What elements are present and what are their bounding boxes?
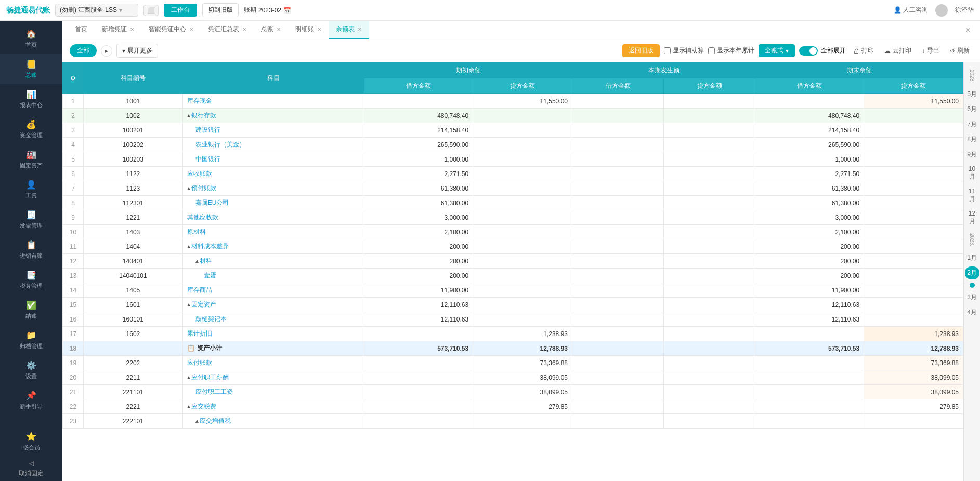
export-btn[interactable]: ↓ 导出	[919, 44, 943, 57]
cell-name[interactable]: 中国银行	[182, 152, 364, 167]
period-calendar-icon[interactable]: 📅	[283, 7, 291, 14]
sidebar-item-tax[interactable]: 📑 税务管理	[0, 265, 62, 295]
sidebar-item-guide[interactable]: 📌 新手引导	[0, 385, 62, 416]
account-link[interactable]: 材料	[200, 257, 212, 264]
show-aux-label[interactable]: 显示辅助算	[664, 46, 704, 55]
all-filter-btn[interactable]: 全部	[70, 44, 97, 57]
month-12[interactable]: 12月	[965, 208, 979, 228]
sidebar-item-purchase[interactable]: 📋 进销台账	[0, 235, 62, 265]
sidebar-item-member[interactable]: ⭐ 畅会员	[0, 426, 62, 457]
tab-smart-voucher[interactable]: 智能凭证中心 ✕	[141, 21, 201, 39]
cell-name[interactable]: ▴固定资产	[182, 298, 364, 312]
month-7[interactable]: 7月	[965, 118, 979, 131]
expand-more-btn[interactable]: ▾ 展开更多	[116, 44, 158, 58]
sidebar-item-fixed[interactable]: 🏭 固定资产	[0, 144, 62, 175]
month-6[interactable]: 6月	[965, 103, 979, 116]
show-aux-checkbox[interactable]	[664, 47, 671, 54]
sidebar-item-invoice[interactable]: 🧾 发票管理	[0, 205, 62, 235]
cell-name[interactable]: ▴银行存款	[182, 109, 364, 123]
cell-name[interactable]: 鼓槌架记本	[182, 312, 364, 327]
tab-smart-voucher-close[interactable]: ✕	[189, 26, 193, 32]
account-link[interactable]: 原材料	[187, 228, 206, 235]
sidebar-item-settings[interactable]: ⚙️ 设置	[0, 355, 62, 385]
format-btn[interactable]: 全账式 ▾	[759, 44, 795, 57]
account-link[interactable]: 应付职工薪酬	[191, 373, 229, 381]
month-5[interactable]: 5月	[965, 88, 979, 101]
account-link[interactable]: 其他应收款	[187, 213, 218, 221]
account-link[interactable]: 应交增值税	[200, 417, 231, 424]
show-ytd-checkbox[interactable]	[708, 47, 715, 54]
cell-name[interactable]: 其他应收款	[182, 210, 364, 225]
sidebar-item-capital[interactable]: 💰 资金管理	[0, 114, 62, 144]
account-link[interactable]: 库存现金	[187, 97, 212, 104]
cell-name[interactable]: ▴材料	[182, 254, 364, 269]
cloud-print-btn[interactable]: ☁ 云打印	[881, 44, 914, 57]
cell-name[interactable]: 库存商品	[182, 283, 364, 298]
tab-balance[interactable]: 余额表 ✕	[329, 21, 369, 39]
account-link[interactable]: 银行存款	[191, 112, 216, 119]
account-link[interactable]: 壹蛋	[204, 272, 216, 279]
sidebar-item-home[interactable]: 🏠 首页	[0, 24, 62, 54]
return-old-btn[interactable]: 返回旧版	[622, 44, 660, 57]
tab-home[interactable]: 首页	[68, 21, 95, 39]
account-link[interactable]: 累计折旧	[187, 330, 212, 337]
tab-detail-ledger-close[interactable]: ✕	[317, 26, 321, 32]
tab-general-ledger[interactable]: 总账 ✕	[254, 21, 288, 39]
account-link[interactable]: 应付职工工资	[195, 388, 233, 395]
tab-new-voucher-close[interactable]: ✕	[130, 26, 134, 32]
account-link[interactable]: 农业银行（美金）	[195, 141, 245, 148]
cell-name[interactable]: ▴材料成本差异	[182, 239, 364, 254]
avatar[interactable]	[935, 4, 948, 17]
month-11[interactable]: 11月	[965, 185, 979, 206]
sidebar-item-settle[interactable]: ✅ 结账	[0, 295, 62, 325]
cell-name[interactable]: ▴应付职工薪酬	[182, 370, 364, 385]
account-link[interactable]: 应付账款	[187, 359, 212, 366]
cell-name[interactable]: 嘉属EU公司	[182, 196, 364, 210]
month-1[interactable]: 1月	[965, 251, 979, 264]
sidebar-item-salary[interactable]: 👤 工资	[0, 175, 62, 205]
print-btn[interactable]: 🖨 打印	[850, 44, 877, 57]
company-settings-btn[interactable]: ⬜	[143, 5, 159, 16]
th-settings[interactable]: ⚙	[63, 63, 84, 94]
tab-summary[interactable]: 凭证汇总表 ✕	[201, 21, 254, 39]
account-link[interactable]: 嘉属EU公司	[195, 199, 229, 206]
month-10[interactable]: 10月	[965, 163, 979, 183]
tab-new-voucher[interactable]: 新增凭证 ✕	[95, 21, 141, 39]
tab-balance-close[interactable]: ✕	[358, 26, 362, 32]
cell-name[interactable]: 累计折旧	[182, 327, 364, 341]
month-9[interactable]: 9月	[965, 148, 979, 161]
account-link[interactable]: 应交税费	[191, 403, 216, 410]
cell-name[interactable]: ▴应交税费	[182, 399, 364, 414]
tab-general-ledger-close[interactable]: ✕	[277, 26, 281, 32]
toggle-switch[interactable]	[799, 46, 818, 56]
account-link[interactable]: 中国银行	[195, 155, 220, 163]
account-link[interactable]: 预付账款	[191, 184, 216, 192]
cell-name[interactable]: ▴应交增值税	[182, 414, 364, 429]
account-link[interactable]: 应收账款	[187, 170, 212, 177]
month-2[interactable]: 2月	[965, 266, 979, 279]
cell-name[interactable]: 应付账款	[182, 356, 364, 370]
refresh-btn[interactable]: ↺ 刷新	[947, 44, 973, 57]
sidebar-item-report[interactable]: 📊 报表中心	[0, 84, 62, 114]
month-3[interactable]: 3月	[965, 291, 979, 304]
account-link[interactable]: 材料成本差异	[191, 243, 229, 250]
month-8[interactable]: 8月	[965, 133, 979, 146]
cell-name[interactable]: 壹蛋	[182, 269, 364, 283]
sidebar-item-ledger[interactable]: 📒 总账	[0, 54, 62, 84]
cell-name[interactable]: ▴预付账款	[182, 181, 364, 196]
account-link[interactable]: 建设银行	[195, 126, 220, 133]
company-selector[interactable]: (勿删) 江西股全-LSS ▾	[55, 4, 138, 17]
switch-version-btn[interactable]: 切到旧版	[202, 3, 239, 17]
sidebar-item-archive[interactable]: 📁 归档管理	[0, 325, 62, 355]
tab-detail-ledger[interactable]: 明细账 ✕	[288, 21, 329, 39]
cell-name[interactable]: 农业银行（美金）	[182, 138, 364, 152]
cell-name[interactable]: 原材料	[182, 225, 364, 239]
close-all-tabs[interactable]: ✕	[961, 26, 975, 34]
consult-btn[interactable]: 👤 人工咨询	[894, 6, 928, 15]
sidebar-item-unpin[interactable]: ◁ 取消固定	[0, 457, 62, 481]
cell-name[interactable]: 应收账款	[182, 167, 364, 181]
cell-name[interactable]: 📋资产小计	[182, 341, 364, 356]
cell-name[interactable]: 库存现金	[182, 94, 364, 109]
expand-all-toggle[interactable]: 全部展开	[799, 46, 846, 56]
month-4[interactable]: 4月	[965, 306, 979, 319]
